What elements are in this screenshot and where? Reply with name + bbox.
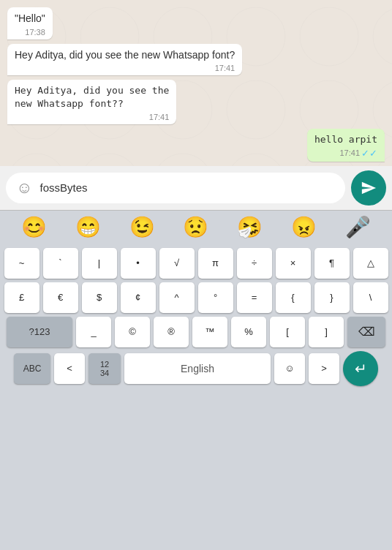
key-cent[interactable]: ¢ xyxy=(121,282,156,313)
key-divide[interactable]: ÷ xyxy=(237,248,272,279)
key-equals[interactable]: = xyxy=(237,282,272,313)
send-icon xyxy=(361,180,377,196)
key-trademark[interactable]: ™ xyxy=(192,317,227,347)
key-lbracket[interactable]: [ xyxy=(270,317,305,347)
message-time: 17:41 xyxy=(215,64,235,72)
key-pilcrow[interactable]: ¶ xyxy=(314,248,350,279)
key-delete[interactable]: ⌫ xyxy=(347,317,385,347)
key-numbers[interactable]: 1234 xyxy=(88,353,121,384)
message-bubble: "Hello" 17:38 xyxy=(7,7,53,39)
message-bubble: Hey Aditya, did you see the new Whatsapp… xyxy=(7,44,242,76)
mic-icon[interactable]: 🎤 xyxy=(345,215,371,239)
key-triangle[interactable]: △ xyxy=(353,248,388,279)
key-lbrace[interactable]: { xyxy=(276,282,311,313)
emoji-row: 😊 😁 😉 😟 🤧 😠 🎤 xyxy=(0,210,392,244)
emoji-angry[interactable]: 😠 xyxy=(291,215,317,239)
send-button[interactable] xyxy=(351,170,386,206)
key-lt[interactable]: < xyxy=(54,353,85,384)
message-meta: 17:41 ✓✓ xyxy=(314,148,377,159)
message-time: 17:41 xyxy=(339,148,360,157)
emoji-smiley[interactable]: 😊 xyxy=(21,215,47,239)
key-abc[interactable]: ABC xyxy=(14,353,50,384)
emoji-kiss[interactable]: 🤧 xyxy=(237,215,263,239)
message-text: hello arpit xyxy=(314,133,377,146)
key-backslash[interactable]: \ xyxy=(353,282,388,313)
message-bubble: Hey Aditya, did you see thenew Whatsapp … xyxy=(7,80,176,124)
key-sqrt[interactable]: √ xyxy=(159,248,195,279)
message-meta: 17:38 xyxy=(15,28,45,37)
key-euro[interactable]: € xyxy=(43,282,78,313)
key-backtick[interactable]: ` xyxy=(43,248,78,279)
key-num-switch[interactable]: ?123 xyxy=(7,317,72,347)
key-pi[interactable]: π xyxy=(198,248,233,279)
key-space[interactable]: English xyxy=(124,353,271,384)
key-pipe[interactable]: | xyxy=(82,248,117,279)
input-area: ☺ xyxy=(0,166,392,210)
message-time: 17:41 xyxy=(149,113,170,121)
key-underscore[interactable]: _ xyxy=(76,317,111,347)
key-percent[interactable]: % xyxy=(231,317,266,347)
key-enter[interactable]: ↵ xyxy=(343,351,378,386)
key-row-1: ~ ` | • √ π ÷ × ¶ △ xyxy=(3,248,389,279)
key-dollar[interactable]: $ xyxy=(82,282,117,313)
key-tilde[interactable]: ~ xyxy=(4,248,39,279)
chat-area: "Hello" 17:38 Hey Aditya, did you see th… xyxy=(0,0,392,166)
message-text: Hey Aditya, did you see thenew Whatsapp … xyxy=(15,84,169,110)
message-text: "Hello" xyxy=(15,12,45,26)
key-multiply[interactable]: × xyxy=(276,248,311,279)
emoji-sad[interactable]: 😟 xyxy=(183,215,208,239)
message-meta: 17:41 xyxy=(15,64,235,72)
message-input-box[interactable]: ☺ xyxy=(6,173,345,203)
message-text: Hey Aditya, did you see the new Whatsapp… xyxy=(15,48,235,63)
emoji-wink[interactable]: 😉 xyxy=(129,215,155,239)
key-row-3: ?123 _ © ® ™ % [ ] ⌫ xyxy=(3,317,389,347)
key-pound[interactable]: £ xyxy=(4,282,39,313)
key-copyright[interactable]: © xyxy=(115,317,150,347)
key-registered[interactable]: ® xyxy=(154,317,189,347)
key-caret[interactable]: ^ xyxy=(159,282,195,313)
key-rbracket[interactable]: ] xyxy=(309,317,344,347)
smiley-icon[interactable]: ☺ xyxy=(16,178,32,197)
key-gt[interactable]: > xyxy=(309,353,339,384)
message-bubble: hello arpit 17:41 ✓✓ xyxy=(307,129,385,162)
message-input[interactable] xyxy=(39,181,335,194)
key-rbrace[interactable]: } xyxy=(314,282,350,313)
message-meta: 17:41 xyxy=(15,113,169,121)
emoji-grin[interactable]: 😁 xyxy=(75,215,101,239)
key-row-4: ABC < 1234 English ☺ > ↵ xyxy=(3,351,389,386)
key-bullet[interactable]: • xyxy=(121,248,156,279)
keyboard: ~ ` | • √ π ÷ × ¶ △ £ € $ ¢ ^ ° = { } \ … xyxy=(0,244,392,550)
key-emoticon[interactable]: ☺ xyxy=(274,353,305,384)
key-row-2: £ € $ ¢ ^ ° = { } \ xyxy=(3,282,389,313)
key-degree[interactable]: ° xyxy=(198,282,233,313)
message-ticks: ✓✓ xyxy=(361,148,377,159)
message-time: 17:38 xyxy=(25,28,45,37)
